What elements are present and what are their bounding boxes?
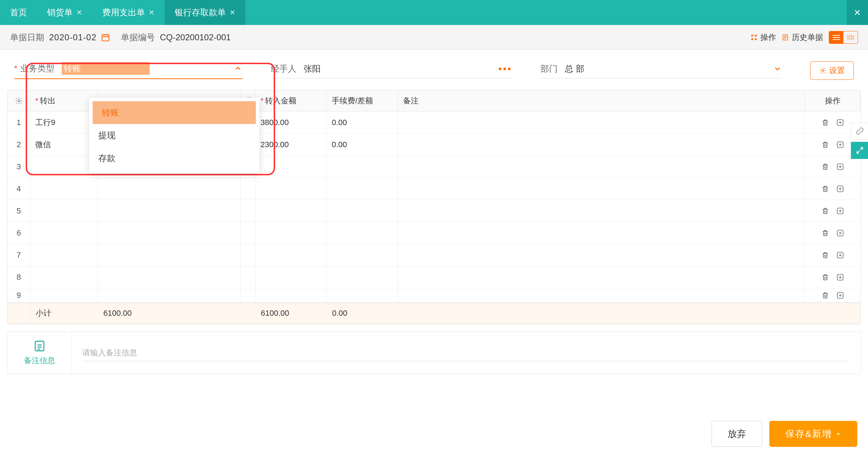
cell-in-acct[interactable]: [241, 222, 255, 244]
link-tool[interactable]: [851, 123, 868, 140]
cell-in-amt[interactable]: [255, 222, 327, 244]
cell-out-amt[interactable]: [98, 178, 241, 200]
add-row-button[interactable]: [836, 292, 844, 299]
cell-in-acct[interactable]: [241, 200, 255, 222]
table-row[interactable]: 8: [7, 266, 861, 288]
tab-expense[interactable]: 费用支出单✕: [92, 0, 165, 25]
tab-bank-transfer[interactable]: 银行存取款单✕: [165, 0, 246, 25]
handler-field[interactable]: 经手人 张阳 •••: [271, 63, 512, 78]
add-row-button[interactable]: [836, 229, 844, 237]
date-value[interactable]: 2020-01-02: [49, 32, 97, 42]
cell-out-acct[interactable]: 工行9: [30, 112, 98, 133]
cell-fee[interactable]: 0.00: [327, 112, 398, 133]
cell-in-amt[interactable]: 2300.00: [255, 134, 327, 155]
cell-in-acct[interactable]: [241, 178, 255, 200]
delete-row-button[interactable]: [821, 119, 829, 127]
cell-out-acct[interactable]: [30, 244, 98, 266]
close-icon[interactable]: ✕: [149, 8, 155, 17]
cell-fee[interactable]: [327, 200, 398, 222]
cell-note[interactable]: [398, 200, 805, 222]
history-button[interactable]: 历史单据: [782, 32, 823, 43]
cell-in-amt[interactable]: [255, 178, 327, 200]
cell-in-amt[interactable]: [255, 288, 327, 302]
delete-row-button[interactable]: [821, 207, 829, 215]
add-row-button[interactable]: [836, 163, 844, 171]
add-row-button[interactable]: [836, 273, 844, 281]
gear-icon[interactable]: [7, 90, 30, 111]
cell-out-acct[interactable]: [30, 266, 98, 288]
cell-fee[interactable]: [327, 244, 398, 266]
chevron-up-icon[interactable]: [234, 64, 242, 73]
delete-row-button[interactable]: [821, 273, 829, 281]
cell-note[interactable]: [398, 156, 805, 177]
table-row[interactable]: 7: [7, 244, 861, 266]
cell-in-acct[interactable]: [241, 266, 255, 288]
cell-note[interactable]: [398, 288, 805, 302]
save-button[interactable]: 保存&新增: [769, 421, 857, 447]
calendar-icon[interactable]: [101, 33, 110, 42]
remark-input[interactable]: [82, 345, 850, 361]
cell-note[interactable]: [398, 112, 805, 133]
cell-out-amt[interactable]: [98, 200, 241, 222]
cell-note[interactable]: [398, 222, 805, 244]
cell-out-acct[interactable]: [30, 200, 98, 222]
dropdown-option-deposit[interactable]: 存款: [89, 147, 259, 170]
add-row-button[interactable]: [836, 119, 844, 127]
tab-sales[interactable]: 销货单✕: [37, 0, 92, 25]
cell-fee[interactable]: [327, 288, 398, 302]
dropdown-option-transfer[interactable]: 转账: [93, 101, 256, 124]
delete-row-button[interactable]: [821, 163, 829, 171]
dropdown-option-withdraw[interactable]: 提现: [89, 124, 259, 147]
cell-in-amt[interactable]: [255, 266, 327, 288]
delete-row-button[interactable]: [821, 251, 829, 259]
cell-in-acct[interactable]: [241, 244, 255, 266]
close-panel-button[interactable]: [847, 0, 868, 25]
cell-out-acct[interactable]: [30, 288, 98, 302]
cell-note[interactable]: [398, 266, 805, 288]
add-row-button[interactable]: [836, 251, 844, 259]
more-icon[interactable]: •••: [498, 63, 512, 74]
table-row[interactable]: 5: [7, 200, 861, 222]
delete-row-button[interactable]: [821, 292, 829, 299]
view-grid-button[interactable]: [843, 31, 858, 43]
cell-out-acct[interactable]: 微信: [30, 134, 98, 155]
delete-row-button[interactable]: [821, 229, 829, 237]
add-row-button[interactable]: [836, 141, 844, 149]
delete-row-button[interactable]: [821, 185, 829, 193]
close-icon[interactable]: ✕: [76, 8, 82, 17]
table-row[interactable]: 6: [7, 222, 861, 244]
cell-out-amt[interactable]: [98, 244, 241, 266]
cell-note[interactable]: [398, 134, 805, 155]
cell-fee[interactable]: [327, 178, 398, 200]
dept-field[interactable]: 部门 总 部: [541, 63, 782, 78]
cell-out-acct[interactable]: [30, 178, 98, 200]
cell-fee[interactable]: 0.00: [327, 134, 398, 155]
view-list-button[interactable]: [829, 31, 843, 43]
cell-out-acct[interactable]: [30, 156, 98, 177]
cell-in-amt[interactable]: [255, 244, 327, 266]
cell-in-acct[interactable]: [241, 288, 255, 302]
discard-button[interactable]: 放弃: [712, 421, 762, 447]
operate-button[interactable]: 操作: [750, 32, 776, 43]
cell-out-acct[interactable]: [30, 222, 98, 244]
cell-out-amt[interactable]: [98, 222, 241, 244]
chevron-down-icon[interactable]: [773, 65, 782, 73]
cell-in-amt[interactable]: 3800.00: [255, 112, 327, 133]
cell-in-amt[interactable]: [255, 156, 327, 177]
cell-fee[interactable]: [327, 266, 398, 288]
cell-fee[interactable]: [327, 222, 398, 244]
cell-out-amt[interactable]: [98, 288, 241, 302]
cell-note[interactable]: [398, 178, 805, 200]
table-row[interactable]: 9: [7, 288, 861, 303]
cell-note[interactable]: [398, 244, 805, 266]
cell-in-amt[interactable]: [255, 200, 327, 222]
biz-type-field[interactable]: * 业务类型 转账: [14, 62, 242, 79]
add-row-button[interactable]: [836, 207, 844, 215]
cell-out-amt[interactable]: [98, 266, 241, 288]
cell-fee[interactable]: [327, 156, 398, 177]
close-icon[interactable]: ✕: [229, 8, 236, 17]
expand-tool[interactable]: [851, 142, 868, 159]
delete-row-button[interactable]: [821, 141, 829, 149]
settings-button[interactable]: 设置: [810, 61, 854, 80]
add-row-button[interactable]: [836, 185, 844, 193]
